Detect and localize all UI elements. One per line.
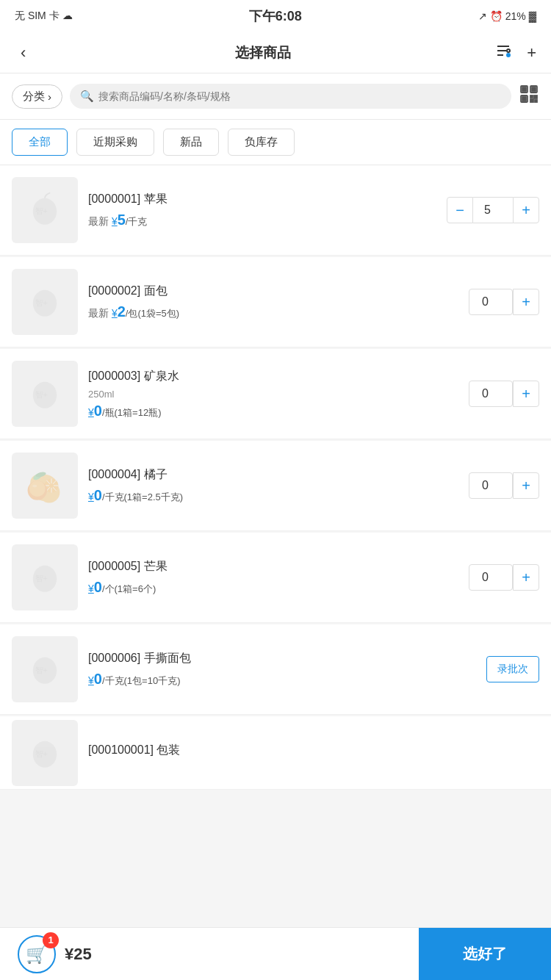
record-batch-button[interactable]: 录批次 xyxy=(486,656,539,682)
product-name: [0000002] 面包 xyxy=(88,284,469,299)
product-image-0000002: 智+ xyxy=(12,269,78,335)
product-price: ¥0/瓶(1箱=12瓶) xyxy=(88,403,469,419)
svg-text:智+: 智+ xyxy=(35,574,48,583)
svg-rect-12 xyxy=(530,96,533,98)
battery-icon: ▓ xyxy=(529,10,536,22)
list-item: 智+ [0000002] 面包 最新 ¥2/包(1袋=5包) + xyxy=(0,257,551,347)
tab-recent-purchase[interactable]: 近期采购 xyxy=(76,129,154,156)
cart-icon: 🛒 xyxy=(26,944,48,965)
quantity-control-0000001: − + xyxy=(447,197,539,223)
list-item: 智+ [000100001] 包装 xyxy=(0,716,551,790)
quantity-increase-button[interactable]: + xyxy=(513,472,539,499)
quantity-control-0000005: + xyxy=(469,564,539,591)
cart-badge: 1 xyxy=(43,932,59,948)
confirm-button[interactable]: 选好了 xyxy=(419,928,551,981)
quantity-input[interactable] xyxy=(469,472,513,499)
product-image-0000005: 智+ xyxy=(12,544,78,610)
svg-text:智+: 智+ xyxy=(35,390,48,399)
svg-text:智+: 智+ xyxy=(35,666,48,674)
quantity-increase-button[interactable]: + xyxy=(513,197,539,223)
quantity-increase-button[interactable]: + xyxy=(513,289,539,315)
search-bar: 分类 › 🔍 xyxy=(0,73,551,120)
product-info-0000001: [0000001] 苹果 最新 ¥5/千克 xyxy=(88,192,447,228)
svg-point-3 xyxy=(507,54,510,57)
status-time: 下午6:08 xyxy=(249,7,302,25)
nav-bar: ‹ 选择商品 + xyxy=(0,32,551,73)
svg-rect-15 xyxy=(535,100,537,102)
product-image-0000006: 智+ xyxy=(12,636,78,702)
quantity-control-0000003: + xyxy=(469,381,539,407)
svg-point-34 xyxy=(29,480,46,497)
svg-point-32 xyxy=(49,483,54,488)
search-icon: 🔍 xyxy=(80,90,94,103)
quantity-increase-button[interactable]: + xyxy=(513,381,539,407)
qr-scan-button[interactable] xyxy=(519,84,539,109)
product-info-partial: [000100001] 包装 xyxy=(88,743,539,763)
status-bar: 无 SIM 卡 ☁ 下午6:08 ↗ ⏰ 21% ▓ xyxy=(0,0,551,32)
product-image-partial: 智+ xyxy=(12,720,78,786)
back-button[interactable]: ‹ xyxy=(15,37,32,68)
product-name: [0000001] 苹果 xyxy=(88,192,447,207)
svg-rect-8 xyxy=(532,87,536,91)
product-name: [0000006] 手撕面包 xyxy=(88,651,486,666)
page-title: 选择商品 xyxy=(235,43,291,62)
quantity-input[interactable] xyxy=(473,197,513,223)
filter-button[interactable] xyxy=(494,42,512,64)
quantity-decrease-button[interactable]: − xyxy=(447,197,473,223)
cart-button[interactable]: 🛒 1 xyxy=(18,935,56,973)
tab-all[interactable]: 全部 xyxy=(12,129,68,156)
list-item: 智+ [0000005] 芒果 ¥0/个(1箱=6个) + xyxy=(0,533,551,623)
alarm-icon: ⏰ xyxy=(490,10,503,22)
list-item: [0000004] 橘子 ¥0/千克(1箱=2.5千克) + xyxy=(0,441,551,531)
quantity-increase-button[interactable]: + xyxy=(513,564,539,591)
product-info-0000006: [0000006] 手撕面包 ¥0/千克(1包=10千克) xyxy=(88,651,486,688)
product-spec: 250ml xyxy=(88,389,469,400)
status-right: ↗ ⏰ 21% ▓ xyxy=(478,10,536,22)
svg-rect-14 xyxy=(530,99,533,102)
battery-text: 21% xyxy=(505,10,526,22)
search-input-wrap: 🔍 xyxy=(70,84,511,109)
location-icon: ↗ xyxy=(478,10,487,22)
product-name: [0000003] 矿泉水 xyxy=(88,369,469,384)
quantity-input[interactable] xyxy=(469,289,513,315)
status-left: 无 SIM 卡 ☁ xyxy=(15,10,73,23)
product-info-0000005: [0000005] 芒果 ¥0/个(1箱=6个) xyxy=(88,559,469,596)
list-item: 智+ [0000006] 手撕面包 ¥0/千克(1包=10千克) 录批次 xyxy=(0,624,551,715)
product-info-0000003: [0000003] 矿泉水 250ml ¥0/瓶(1箱=12瓶) xyxy=(88,369,469,419)
product-name: [0000005] 芒果 xyxy=(88,559,469,574)
product-info-0000002: [0000002] 面包 最新 ¥2/包(1袋=5包) xyxy=(88,284,469,320)
svg-text:智+: 智+ xyxy=(35,298,48,307)
sim-text: 无 SIM 卡 ☁ xyxy=(15,10,73,23)
nav-actions: + xyxy=(494,42,536,64)
quantity-input[interactable] xyxy=(469,564,513,591)
category-button[interactable]: 分类 › xyxy=(12,84,62,109)
svg-point-35 xyxy=(32,485,37,488)
tab-negative-stock[interactable]: 负库存 xyxy=(228,129,295,156)
chevron-right-icon: › xyxy=(48,90,51,103)
list-item: 智+ [0000003] 矿泉水 250ml ¥0/瓶(1箱=12瓶) + xyxy=(0,349,551,439)
tab-new[interactable]: 新品 xyxy=(163,129,219,156)
svg-text:智+: 智+ xyxy=(35,206,48,215)
quantity-input[interactable] xyxy=(469,381,513,407)
product-price: ¥0/千克(1箱=2.5千克) xyxy=(88,487,469,504)
quantity-control-0000004: + xyxy=(469,472,539,499)
svg-rect-10 xyxy=(522,97,526,101)
product-name: [0000004] 橘子 xyxy=(88,467,469,483)
add-button[interactable]: + xyxy=(527,43,536,62)
tab-bar: 全部 近期采购 新品 负库存 xyxy=(0,120,551,165)
search-input[interactable] xyxy=(98,90,501,102)
list-item: 智+ [0000001] 苹果 最新 ¥5/千克 − + xyxy=(0,165,551,256)
product-price: 最新 ¥2/包(1袋=5包) xyxy=(88,303,469,320)
product-image-0000003: 智+ xyxy=(12,361,78,427)
product-info-0000004: [0000004] 橘子 ¥0/千克(1箱=2.5千克) xyxy=(88,467,469,504)
product-list: 智+ [0000001] 苹果 最新 ¥5/千克 − + 智+ [0000002… xyxy=(0,165,551,790)
bottom-bar: 🛒 1 ¥25 选好了 xyxy=(0,927,551,980)
svg-rect-6 xyxy=(522,87,526,91)
product-price: 最新 ¥5/千克 xyxy=(88,212,447,228)
cart-area: 🛒 1 ¥25 xyxy=(0,935,419,973)
svg-point-4 xyxy=(507,49,510,52)
product-image-0000004 xyxy=(12,453,78,519)
product-name: [000100001] 包装 xyxy=(88,743,539,758)
product-image-0000001: 智+ xyxy=(12,177,78,243)
svg-text:智+: 智+ xyxy=(35,749,48,758)
